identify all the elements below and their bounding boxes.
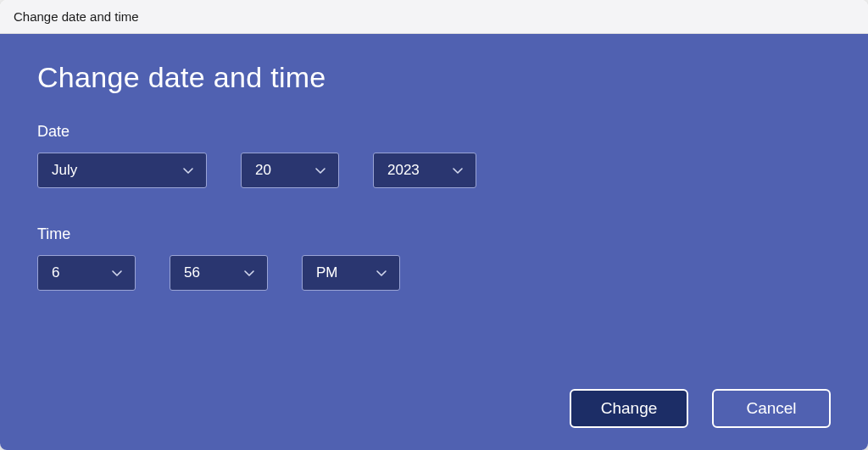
hour-value: 6 — [52, 264, 59, 281]
ampm-dropdown[interactable]: PM — [302, 255, 400, 291]
chevron-down-icon — [314, 164, 326, 176]
hour-dropdown[interactable]: 6 — [37, 255, 136, 291]
chevron-down-icon — [243, 267, 255, 279]
minute-value: 56 — [184, 264, 200, 281]
titlebar: Change date and time — [0, 0, 868, 34]
dialog-window: Change date and time Change date and tim… — [0, 0, 868, 450]
cancel-button[interactable]: Cancel — [712, 389, 831, 428]
time-row: 6 56 PM — [37, 255, 831, 291]
minute-dropdown[interactable]: 56 — [170, 255, 268, 291]
change-button[interactable]: Change — [570, 389, 688, 428]
window-title: Change date and time — [14, 9, 139, 24]
time-label: Time — [37, 225, 831, 243]
time-section: Time 6 56 PM — [37, 225, 831, 328]
day-value: 20 — [255, 162, 271, 179]
dialog-footer: Change Cancel — [37, 389, 831, 428]
chevron-down-icon — [182, 164, 194, 176]
date-label: Date — [37, 123, 831, 141]
month-value: July — [52, 162, 77, 179]
month-dropdown[interactable]: July — [37, 153, 207, 188]
date-row: July 20 2023 — [37, 153, 831, 188]
chevron-down-icon — [452, 164, 464, 176]
year-dropdown[interactable]: 2023 — [373, 153, 476, 188]
page-title: Change date and time — [37, 61, 831, 94]
chevron-down-icon — [111, 267, 123, 279]
year-value: 2023 — [387, 162, 420, 179]
chevron-down-icon — [376, 267, 387, 279]
cancel-button-label: Cancel — [746, 399, 796, 418]
ampm-value: PM — [316, 264, 338, 281]
day-dropdown[interactable]: 20 — [241, 153, 339, 188]
date-section: Date July 20 2023 — [37, 123, 831, 225]
dialog-content: Change date and time Date July 20 20 — [0, 34, 868, 450]
change-button-label: Change — [601, 399, 658, 418]
